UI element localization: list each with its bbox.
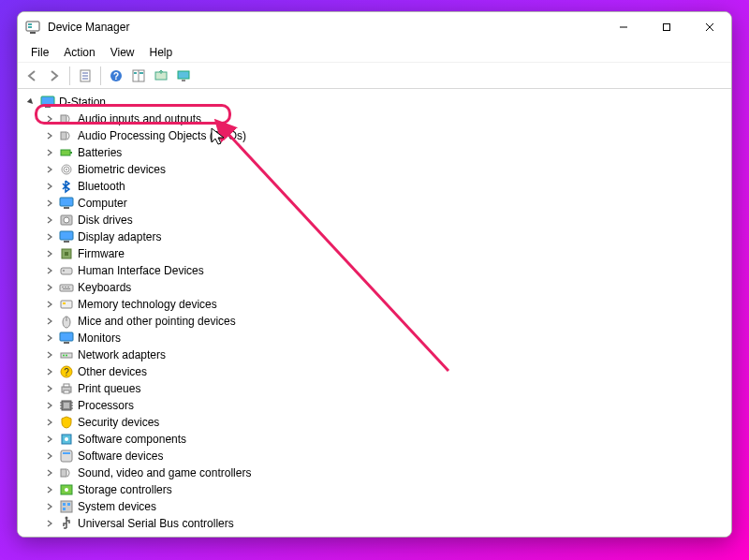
help-button[interactable]: ? <box>106 66 126 86</box>
device-node-display-adapters[interactable]: Display adapters <box>23 228 731 245</box>
monitor-icon <box>177 69 190 82</box>
expand-icon[interactable] <box>44 248 55 259</box>
back-button[interactable] <box>22 66 42 86</box>
device-label: Sound, video and game controllers <box>78 466 251 479</box>
expand-icon[interactable] <box>44 214 55 226</box>
svg-rect-69 <box>61 450 72 462</box>
expand-icon[interactable] <box>44 147 55 158</box>
expand-icon[interactable] <box>44 383 55 394</box>
device-node-disk-drives[interactable]: Disk drives <box>23 212 731 228</box>
svg-rect-50 <box>64 342 69 344</box>
cpu-icon <box>59 398 74 413</box>
device-label: Print queues <box>78 382 140 395</box>
device-label: Keyboards <box>78 281 131 294</box>
device-node-system-devices[interactable]: System devices <box>23 498 731 515</box>
svg-rect-57 <box>64 384 69 387</box>
expand-icon[interactable] <box>44 164 55 175</box>
svg-rect-35 <box>64 241 69 243</box>
properties-button[interactable] <box>75 66 95 86</box>
tree-scroll[interactable]: D-Station Audio inputs and outputsAudio … <box>18 90 731 537</box>
device-label: Storage controllers <box>78 483 172 496</box>
device-node-software-components[interactable]: Software components <box>23 431 731 448</box>
svg-point-53 <box>66 355 67 357</box>
expand-icon[interactable] <box>44 434 55 445</box>
close-icon <box>705 22 714 32</box>
expand-icon[interactable] <box>44 181 55 192</box>
device-node-audio-processing-objects[interactable]: Audio Processing Objects (APOs) <box>23 127 731 144</box>
expand-icon[interactable] <box>44 113 55 125</box>
forward-button[interactable] <box>44 66 65 86</box>
device-node-mice[interactable]: Mice and other pointing devices <box>23 313 731 330</box>
svg-rect-75 <box>63 503 66 506</box>
svg-rect-2 <box>28 23 32 25</box>
expand-icon[interactable] <box>44 417 55 428</box>
device-node-audio-inputs-outputs[interactable]: Audio inputs and outputs <box>23 111 731 127</box>
menu-view[interactable]: View <box>103 44 142 61</box>
svg-rect-3 <box>28 26 32 28</box>
device-node-computer[interactable]: Computer <box>23 195 731 212</box>
view-button[interactable] <box>128 66 149 86</box>
device-node-network-adapters[interactable]: Network adapters <box>23 346 731 363</box>
device-node-bluetooth[interactable]: Bluetooth <box>23 178 731 195</box>
device-node-firmware[interactable]: Firmware <box>23 245 731 262</box>
collapse-icon[interactable] <box>25 96 37 108</box>
expand-icon[interactable] <box>44 501 55 512</box>
monitor-button[interactable] <box>173 66 194 86</box>
expand-icon[interactable] <box>44 450 55 462</box>
device-label: Network adapters <box>78 348 166 361</box>
expand-icon[interactable] <box>44 332 55 344</box>
menu-action[interactable]: Action <box>56 44 102 61</box>
device-label: Audio Processing Objects (APOs) <box>78 129 246 142</box>
device-node-print-queues[interactable]: Print queues <box>23 380 731 397</box>
root-node[interactable]: D-Station <box>23 94 731 111</box>
expand-icon[interactable] <box>44 231 55 243</box>
device-label: Security devices <box>78 416 159 429</box>
device-node-memory-tech[interactable]: Memory technology devices <box>23 296 731 313</box>
menubar: File Action View Help <box>18 42 731 63</box>
device-label: Software devices <box>78 449 163 463</box>
device-node-monitors[interactable]: Monitors <box>23 330 731 346</box>
app-icon <box>25 20 40 35</box>
expand-icon[interactable] <box>44 518 55 529</box>
menu-file[interactable]: File <box>23 44 56 61</box>
expand-icon[interactable] <box>44 349 55 361</box>
device-node-batteries[interactable]: Batteries <box>23 144 731 161</box>
device-node-keyboards[interactable]: Keyboards <box>23 279 731 296</box>
device-node-software-devices[interactable]: Software devices <box>23 448 731 464</box>
expand-icon[interactable] <box>44 299 55 310</box>
expand-icon[interactable] <box>44 198 55 209</box>
device-node-hid[interactable]: Human Interface Devices <box>23 262 731 279</box>
minimize-button[interactable] <box>602 12 645 42</box>
menu-help[interactable]: Help <box>142 44 181 61</box>
device-node-security-devices[interactable]: Security devices <box>23 414 731 431</box>
expand-icon[interactable] <box>44 484 55 495</box>
expand-icon[interactable] <box>44 316 55 327</box>
toolbar-separator <box>100 66 101 85</box>
close-button[interactable] <box>688 12 731 42</box>
expand-icon[interactable] <box>44 282 55 293</box>
svg-rect-41 <box>62 287 64 287</box>
svg-rect-16 <box>134 72 137 74</box>
device-node-other-devices[interactable]: ?Other devices <box>23 363 731 380</box>
expand-icon[interactable] <box>44 400 55 411</box>
expand-icon[interactable] <box>44 130 55 141</box>
arrow-left-icon <box>25 69 38 82</box>
device-node-usb-controllers[interactable]: Universal Serial Bus controllers <box>23 515 731 532</box>
device-node-storage-controllers[interactable]: Storage controllers <box>23 481 731 498</box>
device-node-sound-video-game[interactable]: Sound, video and game controllers <box>23 464 731 481</box>
svg-rect-21 <box>41 96 54 105</box>
tree-view-icon <box>132 69 145 82</box>
expand-icon[interactable] <box>44 366 55 377</box>
device-label: Batteries <box>78 146 122 159</box>
device-node-processors[interactable]: Processors <box>23 397 731 414</box>
usb-icon <box>59 516 74 531</box>
monitor-icon <box>59 331 74 346</box>
device-node-biometric[interactable]: Biometric devices <box>23 161 731 178</box>
fingerprint-icon <box>59 162 74 177</box>
expand-icon[interactable] <box>44 265 55 276</box>
device-label: Bluetooth <box>78 180 125 193</box>
expand-icon[interactable] <box>44 467 55 479</box>
svg-rect-38 <box>61 268 72 274</box>
scan-button[interactable] <box>151 66 171 86</box>
maximize-button[interactable] <box>645 12 688 42</box>
